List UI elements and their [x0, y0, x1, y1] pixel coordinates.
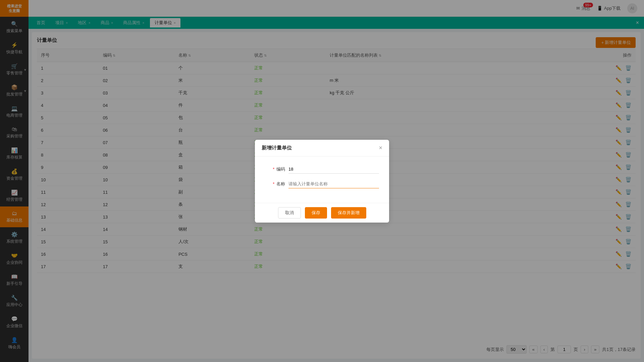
- code-input[interactable]: [288, 165, 379, 174]
- name-label-text: 名称: [276, 181, 285, 186]
- name-field-row: * 名称: [265, 180, 379, 188]
- modal-overlay: 新增计量单位 × * 编码 * 名称 取消 保存 保存并新增: [0, 0, 644, 362]
- code-label: * 编码: [265, 166, 285, 172]
- name-label: * 名称: [265, 181, 285, 187]
- name-input[interactable]: [288, 180, 379, 188]
- modal-title: 新增计量单位: [262, 145, 292, 151]
- modal-close-button[interactable]: ×: [379, 144, 382, 152]
- code-label-text: 编码: [276, 167, 285, 172]
- modal-header: 新增计量单位 ×: [255, 140, 389, 157]
- code-required-mark: *: [273, 167, 274, 172]
- add-unit-modal: 新增计量单位 × * 编码 * 名称 取消 保存 保存并新增: [255, 140, 389, 223]
- modal-body: * 编码 * 名称: [255, 157, 389, 203]
- save-and-new-button[interactable]: 保存并新增: [331, 207, 366, 219]
- save-button[interactable]: 保存: [305, 207, 327, 219]
- modal-footer: 取消 保存 保存并新增: [255, 203, 389, 223]
- name-required-mark: *: [273, 181, 274, 186]
- cancel-button[interactable]: 取消: [278, 207, 301, 219]
- code-field-row: * 编码: [265, 165, 379, 174]
